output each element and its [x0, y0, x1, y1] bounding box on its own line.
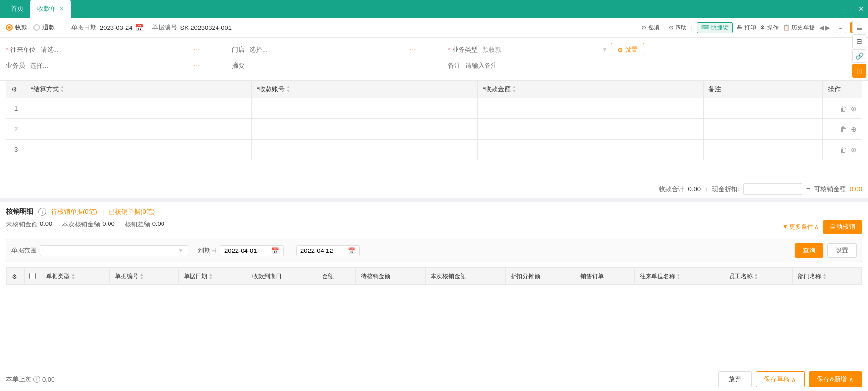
partner-more-icon[interactable]: ···: [192, 45, 202, 54]
verif-col-settings[interactable]: ⚙: [7, 268, 25, 285]
range-input[interactable]: [44, 247, 176, 254]
panel-list-icon[interactable]: ⊟: [852, 34, 866, 48]
due-date-end[interactable]: [300, 247, 345, 254]
abandon-btn[interactable]: 放弃: [718, 371, 752, 387]
store-more-icon[interactable]: ···: [408, 45, 418, 54]
range-input-wrap: ▼: [40, 245, 188, 256]
row-1-settle[interactable]: [26, 98, 252, 119]
store-input[interactable]: [247, 44, 405, 55]
due-date-start[interactable]: [224, 247, 269, 254]
window-close-icon[interactable]: ✕: [858, 5, 864, 13]
range-label: 单据范围: [11, 246, 37, 255]
settings-btn[interactable]: ⚙ 设置: [611, 43, 644, 56]
remark-input[interactable]: [463, 60, 644, 71]
verif-info-icon[interactable]: i: [38, 208, 46, 216]
discount-input[interactable]: [743, 183, 802, 195]
tab-home-label: 首页: [11, 4, 24, 13]
due-date-label: 到期日: [198, 246, 217, 255]
minimize-icon[interactable]: ─: [841, 5, 846, 13]
save-draft-chevron: ∧: [791, 376, 796, 383]
store-field: 门店 ···: [232, 44, 418, 55]
row-2-amount[interactable]: [478, 119, 704, 140]
verif-col-dept: 部门名称 ▲▼: [792, 268, 861, 285]
row-3-settle[interactable]: [26, 140, 252, 160]
search-settings-btn[interactable]: 设置: [827, 243, 857, 258]
calendar-icon[interactable]: 📅: [136, 24, 144, 31]
done-tab[interactable]: 已核销单据(0笔): [108, 207, 155, 216]
shortcut-btn[interactable]: ⌨ 快捷键: [697, 22, 733, 33]
range-chevron[interactable]: ▼: [178, 247, 184, 254]
tab-home[interactable]: 首页: [4, 0, 30, 18]
section-divider: [0, 198, 868, 202]
verif-col-type: 单据类型 ▲▼: [41, 268, 110, 285]
save-draft-btn[interactable]: 保存草稿 ∧: [756, 371, 805, 387]
row-1-amount[interactable]: [478, 98, 704, 119]
staff-input[interactable]: [28, 60, 189, 71]
radio-refund[interactable]: 退款: [33, 23, 55, 32]
row-3-amount[interactable]: [478, 140, 704, 160]
staff-more-icon[interactable]: ···: [192, 61, 202, 70]
discount-label: 现金折扣:: [712, 185, 739, 194]
row-2-account[interactable]: [252, 119, 478, 140]
row-2-remark[interactable]: [704, 119, 823, 140]
row-1-copy-icon[interactable]: ⊕: [851, 105, 857, 112]
panel-link-icon[interactable]: 🔗: [852, 49, 866, 63]
row-3-delete-icon[interactable]: 🗑: [840, 146, 847, 154]
date-field: 单据日期 2023-03-24 📅: [71, 23, 144, 32]
pending-tab[interactable]: 待核销单据(0笔): [51, 207, 97, 216]
radio-receive[interactable]: 收款: [6, 23, 27, 32]
row-3-remark[interactable]: [704, 140, 823, 160]
row-3-account[interactable]: [252, 140, 478, 160]
row-2-copy-icon[interactable]: ⊕: [851, 125, 857, 133]
row-1-account[interactable]: [252, 98, 478, 119]
auto-verify-btn[interactable]: 自动核销: [823, 220, 862, 234]
cal-start-icon[interactable]: 📅: [271, 247, 279, 254]
radio-refund-label: 退款: [42, 23, 55, 32]
verif-col-staff: 员工名称 ▲▼: [724, 268, 792, 285]
tab-receipt-label: 收款单: [37, 4, 56, 13]
row-3-copy-icon[interactable]: ⊕: [851, 146, 857, 154]
prev-arrow[interactable]: ◀: [819, 24, 824, 31]
bottom-bar: 本单上次 i 0.00 放弃 保存草稿 ∧ 保存&新增 ∧: [0, 367, 868, 391]
ops-btn[interactable]: ⚙ 操作: [760, 24, 779, 32]
next-arrow[interactable]: ▶: [825, 24, 831, 31]
save-new-btn[interactable]: 保存&新增 ∧: [809, 371, 862, 387]
maximize-icon[interactable]: □: [850, 5, 854, 13]
verif-check-all[interactable]: [29, 273, 36, 279]
query-btn[interactable]: 查询: [795, 243, 823, 258]
abstract-input[interactable]: [247, 60, 418, 71]
bill-no-label: 单据编号: [152, 23, 177, 32]
stat-diff: 核销差额 0.00: [125, 220, 164, 229]
row-2-settle[interactable]: [26, 119, 252, 140]
biz-type-chevron[interactable]: ▼: [602, 46, 608, 53]
receipt-table-container: ⚙ *结算方式 ▲▼ *收款账号 ▲▼: [6, 81, 862, 179]
tab-receipt[interactable]: 收款单 ✕: [30, 0, 71, 18]
partner-field: * 往来单位 ···: [6, 44, 202, 55]
row-2-delete-icon[interactable]: 🗑: [840, 125, 847, 133]
help-btn[interactable]: ⊙ 帮助: [669, 24, 687, 32]
stat-uncancelled-label: 未核销金额: [6, 220, 38, 229]
cal-end-icon[interactable]: 📅: [348, 247, 355, 254]
store-label: 门店: [232, 45, 244, 54]
form-row-1: * 往来单位 ··· 门店 ··· * 业务类型 ▼: [6, 43, 862, 56]
verif-col-partner: 往来单位名称 ▲▼: [634, 268, 724, 285]
row-1-remark[interactable]: [704, 98, 823, 119]
verif-col-pending: 待核销金额: [355, 268, 425, 285]
panel-table-icon[interactable]: ▤: [852, 20, 866, 33]
table-row: 3 🗑 ⊕: [6, 140, 862, 160]
history-btn[interactable]: 📋 历史单据: [783, 24, 815, 32]
close-icon[interactable]: ✕: [59, 6, 64, 12]
more-conditions-btn[interactable]: ▼ 更多条件 ∧: [782, 223, 819, 231]
verif-col-due-date: 收款到期日: [247, 268, 317, 285]
print-btn[interactable]: 🖶 打印: [737, 24, 756, 32]
video-btn[interactable]: ⊙ 视频: [641, 24, 659, 32]
row-1-delete-icon[interactable]: 🗑: [840, 105, 847, 112]
list-view-btn[interactable]: ≡: [835, 22, 846, 33]
panel-expand-icon[interactable]: ⊡: [852, 64, 866, 78]
col-settings[interactable]: ⚙: [6, 81, 26, 98]
verif-col-check[interactable]: [25, 268, 41, 285]
col-account: *收款账号 ▲▼: [252, 81, 478, 98]
per-order-info-icon[interactable]: i: [33, 376, 40, 383]
partner-input[interactable]: [39, 44, 189, 55]
biz-type-input[interactable]: [481, 44, 600, 55]
